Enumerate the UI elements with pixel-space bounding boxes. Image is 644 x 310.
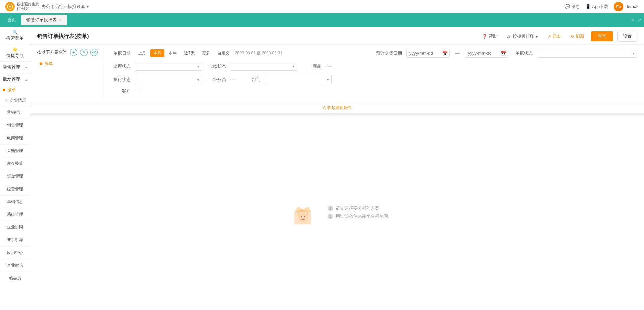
add-scheme-button[interactable]: + (70, 49, 77, 56)
exec-status-select-wrap (135, 75, 202, 84)
filter-fields: 单据日期 上月 本月 本年 近7天 更多 自定义 2023-03-01 至 20… (104, 49, 637, 98)
sidebar-item-retail[interactable]: 零售管理 ▾ (0, 62, 30, 73)
customer-picker-button[interactable]: ··· (135, 88, 141, 94)
collapse-scheme-button[interactable]: ≪ (90, 49, 98, 56)
tab-bar: 首页 销售订单执行表 × ✕ ⤢ (0, 13, 644, 27)
tab-active[interactable]: 销售订单执行表 × (21, 15, 67, 25)
sidebar: 🔍 搜索菜单 ⭐ 快捷导航 零售管理 ▾ 批发管理 ▴ 按单 欠货情 (0, 27, 30, 310)
sidebar-item-inventory[interactable]: 库存核算 (0, 157, 30, 170)
top-header: 畅捷通好生意 标准版 办公用品行业模拟账套 ▾ 💬 消息 📱 App下载 Ea … (0, 0, 644, 13)
filter-row-1: 单据日期 上月 本月 本年 近7天 更多 自定义 2023-03-01 至 20… (111, 49, 637, 58)
tab-bar-actions: ✕ ⤢ (631, 17, 641, 23)
help-button[interactable]: ❓ 帮助 (479, 32, 500, 41)
out-status-select-wrap (135, 62, 202, 71)
date-tab-custom[interactable]: 自定义 (214, 49, 232, 57)
tab-close-icon[interactable]: × (59, 18, 62, 22)
date-tab-this-year[interactable]: 本年 (166, 49, 180, 57)
sidebar-item-purchase[interactable]: 采购管理 (0, 145, 30, 157)
sidebar-sub-item-debt[interactable]: 欠货情况 (0, 95, 30, 106)
nav-dropdown-icon: ▾ (87, 4, 89, 9)
tab-window-close-icon[interactable]: ✕ (631, 17, 635, 23)
content-area: 销售订单执行表(按单) ❓ 帮助 🖨 按模板打印 ▾ ↗ 导出 ↻ 刷新 (30, 27, 644, 310)
goods-picker-button[interactable]: ··· (325, 63, 332, 69)
print-icon: 🖨 (507, 34, 511, 39)
expected-date-end-input[interactable] (465, 49, 508, 58)
expected-date-end-wrap: 📅 (465, 49, 508, 58)
print-arrow-icon: ▾ (536, 34, 538, 39)
logo-icon (5, 2, 15, 11)
expected-date-start-wrap: 📅 (406, 49, 450, 58)
dept-select[interactable] (265, 75, 332, 84)
logo-text: 畅捷通好生意 标准版 (17, 2, 39, 11)
filter-scheme-panel: 按以下方案查询 + ✎ ≪ 按单 (37, 49, 104, 98)
filter-row-4: 客户 ··· (111, 88, 637, 94)
sidebar-quick-nav[interactable]: ⭐ 快捷导航 (0, 44, 30, 62)
sidebar-item-finance[interactable]: 资金管理 (0, 170, 30, 183)
page-header-actions: ❓ 帮助 🖨 按模板打印 ▾ ↗ 导出 ↻ 刷新 查询 设置 (479, 31, 637, 42)
refresh-button[interactable]: ↻ 刷新 (568, 32, 587, 41)
tab-window-expand-icon[interactable]: ⤢ (637, 17, 641, 23)
sidebar-item-basics[interactable]: 基础信息 (0, 196, 30, 208)
scheme-item-press[interactable]: 按单 (37, 59, 100, 69)
date-label: 单据日期 (111, 50, 131, 56)
sidebar-item-member[interactable]: 畅会员 (0, 272, 30, 285)
sidebar-item-newuser[interactable]: 新手引导 (0, 234, 30, 247)
sidebar-item-ecommerce[interactable]: 电商管理 (0, 132, 30, 145)
user-area[interactable]: Ea demo2 (614, 2, 639, 11)
empty-illustration (286, 197, 320, 230)
salesman-picker-button[interactable]: ··· (230, 76, 236, 83)
help-icon: ❓ (482, 34, 487, 39)
collapse-icon: ⋀ (323, 105, 327, 110)
filter-row-2: 出库状态 收款状态 商品 ··· (111, 62, 637, 71)
date-filter-group: 上月 本月 本年 近7天 更多 自定义 2023-03-01 至 2023-03… (135, 49, 372, 57)
page-header: 销售订单执行表(按单) ❓ 帮助 🖨 按模板打印 ▾ ↗ 导出 ↻ 刷新 (30, 27, 644, 45)
empty-state: 1 请先选择要分析的方案 2 用过滤条件来缩小分析范围 (30, 116, 644, 310)
exec-status-select[interactable] (135, 75, 202, 84)
tab-home[interactable]: 首页 (3, 15, 21, 25)
collect-status-label: 收款状态 (206, 63, 226, 69)
active-dot-icon (3, 89, 5, 91)
out-status-select[interactable] (135, 62, 202, 71)
filter-panel: 按以下方案查询 + ✎ ≪ 按单 单据日期 (30, 45, 644, 114)
collect-status-select-wrap (230, 62, 297, 71)
sidebar-search-menu[interactable]: 🔍 搜索菜单 (0, 27, 30, 44)
app-download-action[interactable]: 📱 App下载 (585, 4, 608, 10)
refresh-icon: ↻ (571, 34, 574, 39)
sidebar-item-sales[interactable]: 销售管理 (0, 119, 30, 132)
sidebar-item-system[interactable]: 系统管理 (0, 208, 30, 221)
date-tab-last7[interactable]: 近7天 (181, 49, 198, 57)
sidebar-item-operations[interactable]: 经营管理 (0, 183, 30, 196)
sidebar-item-marketing[interactable]: 营销推广 (0, 106, 30, 119)
expected-date-start-input[interactable] (406, 49, 450, 58)
query-button[interactable]: 查询 (591, 31, 613, 41)
settings-button[interactable]: 设置 (617, 31, 637, 42)
header-nav-title[interactable]: 办公用品行业模拟账套 ▾ (42, 4, 89, 10)
export-button[interactable]: ↗ 导出 (545, 32, 564, 41)
svg-point-6 (298, 213, 308, 222)
header-left: 畅捷通好生意 标准版 办公用品行业模拟账套 ▾ (5, 2, 89, 11)
export-icon: ↗ (547, 34, 551, 39)
sidebar-sub-item-press[interactable]: 按单 (0, 85, 30, 95)
filter-panel-inner: 按以下方案查询 + ✎ ≪ 按单 单据日期 (30, 45, 644, 102)
status-label: 单据状态 (513, 50, 533, 56)
hint-num-2: 2 (328, 214, 333, 219)
date-tab-more[interactable]: 更多 (199, 49, 213, 57)
status-select[interactable] (537, 49, 637, 58)
svg-point-7 (301, 216, 302, 217)
scheme-active-dot (40, 62, 42, 65)
empty-svg (286, 197, 320, 230)
svg-point-8 (304, 216, 305, 217)
collapse-bar[interactable]: ⋀ 收起更多条件 (30, 102, 644, 113)
sidebar-item-wholesale[interactable]: 批发管理 ▴ (0, 73, 30, 85)
date-tab-last-month[interactable]: 上月 (135, 49, 149, 57)
sidebar-item-wechat[interactable]: 企业微信 (0, 259, 30, 272)
dept-label: 部门 (240, 76, 261, 83)
collect-status-select[interactable] (230, 62, 297, 71)
empty-hint-2: 2 用过滤条件来缩小分析范围 (328, 213, 388, 219)
template-print-button[interactable]: 🖨 按模板打印 ▾ (504, 32, 541, 41)
edit-scheme-button[interactable]: ✎ (80, 49, 88, 56)
message-action[interactable]: 💬 消息 (565, 4, 580, 10)
sidebar-item-appstore[interactable]: 应用中心 (0, 247, 30, 259)
sidebar-item-enterprise[interactable]: 企业协同 (0, 221, 30, 234)
date-tab-this-month[interactable]: 本月 (150, 49, 164, 57)
